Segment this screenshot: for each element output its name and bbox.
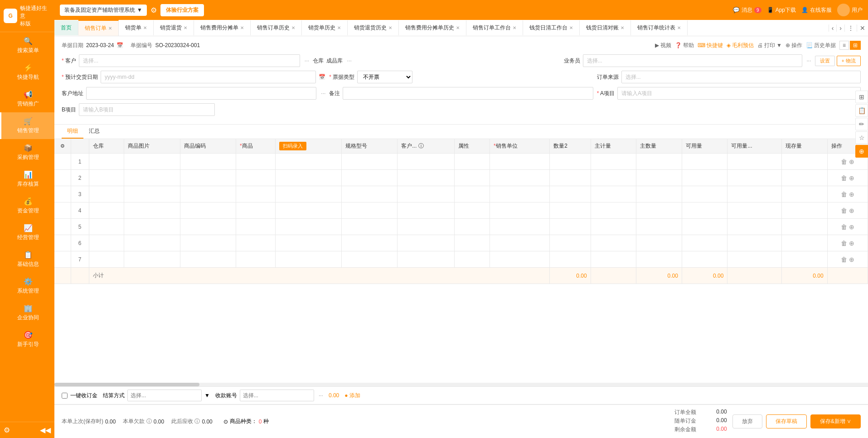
row-copy-button[interactable]: ⊕ bbox=[849, 207, 854, 214]
print-dropdown-icon[interactable]: ▼ bbox=[776, 42, 782, 48]
scroll-thumb[interactable] bbox=[54, 383, 199, 386]
add-logistics-button[interactable]: + 物流 bbox=[837, 56, 861, 66]
horizontal-scrollbar[interactable] bbox=[54, 383, 868, 386]
goods-count-icon[interactable]: ⊙ bbox=[223, 419, 228, 425]
payment-method-input[interactable] bbox=[127, 390, 202, 401]
row-copy-button[interactable]: ⊕ bbox=[849, 174, 854, 182]
row-main-qty[interactable] bbox=[636, 154, 682, 170]
app-download-button[interactable]: 📱 App下载 bbox=[767, 6, 796, 14]
sidebar-item-search[interactable]: 🔍 搜索菜单 bbox=[0, 32, 54, 59]
add-payment-button[interactable]: ● 添加 bbox=[344, 392, 360, 399]
sidebar-settings-icon[interactable]: ⚙ bbox=[4, 426, 10, 434]
save-new-button[interactable]: 保存&新增 ∨ bbox=[810, 414, 861, 428]
tab-close-sales-order-history[interactable]: ✕ bbox=[291, 25, 295, 30]
address-more-icon[interactable]: ··· bbox=[321, 90, 325, 96]
tab-sales-order[interactable]: 销售订单 ✕ bbox=[78, 20, 119, 36]
row-copy-button[interactable]: ⊕ bbox=[849, 240, 854, 247]
save-draft-button[interactable]: 保存草稿 bbox=[766, 414, 807, 428]
th-settings[interactable]: ⚙ bbox=[54, 139, 71, 154]
remark-input[interactable] bbox=[343, 87, 593, 100]
float-btn-4[interactable]: ☆ bbox=[855, 131, 868, 144]
message-button[interactable]: 💬 消息 9 bbox=[733, 6, 761, 14]
tabs-next-button[interactable]: › bbox=[836, 24, 844, 32]
tab-close-sales-expense-history[interactable]: ✕ bbox=[456, 25, 460, 30]
sidebar-item-sales[interactable]: 🛒 销售管理 bbox=[0, 112, 54, 139]
operation-button[interactable]: ⊕ 操作 bbox=[786, 42, 802, 49]
row-copy-button[interactable]: ⊕ bbox=[849, 158, 854, 165]
title-dropdown-icon[interactable]: ▼ bbox=[137, 7, 142, 13]
tab-close-sales-return-history[interactable]: ✕ bbox=[337, 25, 341, 30]
row-unit[interactable] bbox=[490, 154, 549, 170]
tab-close-sales-order-workbench[interactable]: ✕ bbox=[513, 25, 516, 30]
sidebar-collapse-icon[interactable]: ◀◀ bbox=[40, 426, 51, 434]
print-button[interactable]: 🖨 打印 ▼ bbox=[757, 42, 782, 49]
float-btn-3[interactable]: ✏ bbox=[855, 118, 868, 130]
sidebar-item-inventory[interactable]: 📊 库存核算 bbox=[0, 166, 54, 193]
tab-sales-return-history[interactable]: 销货单历史 ✕ bbox=[302, 20, 348, 35]
row-copy-button[interactable]: ⊕ bbox=[849, 191, 854, 198]
row-customer-code[interactable] bbox=[398, 154, 455, 170]
salesperson-more-icon[interactable]: ··· bbox=[807, 58, 811, 64]
calendar-icon[interactable]: 📅 bbox=[116, 42, 123, 48]
tab-close-sales-refund[interactable]: ✕ bbox=[184, 25, 187, 30]
tab-cash-daily-workbench[interactable]: 钱货日清工作台 ✕ bbox=[523, 20, 580, 35]
order-source-input[interactable] bbox=[621, 71, 861, 83]
user-menu[interactable]: 用户 bbox=[837, 4, 863, 16]
sidebar-item-system[interactable]: ⚙️ 系统管理 bbox=[0, 273, 54, 299]
tabs-prev-button[interactable]: ‹ bbox=[829, 24, 837, 32]
row-delete-button[interactable]: 🗑 bbox=[841, 191, 847, 198]
list-view-btn[interactable]: ≡ bbox=[839, 41, 849, 50]
setup-button[interactable]: 设置 bbox=[815, 56, 835, 66]
payment-dropdown-icon[interactable]: ▼ bbox=[204, 392, 210, 399]
tab-sales-refund-history[interactable]: 销货退货历史 ✕ bbox=[348, 20, 399, 35]
row-product[interactable] bbox=[236, 154, 276, 170]
tab-sales-return[interactable]: 销货单 ✕ bbox=[119, 20, 154, 35]
profit-button[interactable]: ◈ 毛利预估 bbox=[727, 42, 754, 49]
row-delete-button[interactable]: 🗑 bbox=[841, 256, 847, 263]
customer-input[interactable] bbox=[79, 54, 300, 67]
sidebar-item-marketing[interactable]: 📢 营销推广 bbox=[0, 86, 54, 112]
sidebar-item-quick-nav[interactable]: ⚡ 快捷导航 bbox=[0, 59, 54, 86]
discard-button[interactable]: 放弃 bbox=[732, 414, 762, 428]
delivery-date-input[interactable] bbox=[101, 71, 316, 83]
tab-sales-order-workbench[interactable]: 销售订单工作台 ✕ bbox=[466, 20, 523, 35]
history-button[interactable]: 📃 历史单据 bbox=[806, 42, 836, 49]
delivery-calendar-icon[interactable]: 📅 bbox=[319, 74, 325, 80]
tab-sales-order-history[interactable]: 销售订单历史 ✕ bbox=[251, 20, 302, 35]
tab-sales-stats[interactable]: 销售订单统计表 ✕ bbox=[631, 20, 688, 35]
sidebar-item-operations[interactable]: 📈 经营管理 bbox=[0, 219, 54, 246]
row-delete-button[interactable]: 🗑 bbox=[841, 174, 847, 182]
tab-close-sales-refund-history[interactable]: ✕ bbox=[388, 25, 392, 30]
customer-address-input[interactable] bbox=[86, 87, 316, 100]
tab-close-cash-daily-workbench[interactable]: ✕ bbox=[569, 25, 573, 30]
tabs-close-all-button[interactable]: ✕ bbox=[857, 24, 868, 32]
row-code[interactable] bbox=[180, 154, 236, 170]
tab-close-sales-stats[interactable]: ✕ bbox=[677, 25, 681, 30]
salesperson-input[interactable] bbox=[583, 54, 802, 67]
row-qty2[interactable] bbox=[550, 154, 591, 170]
row-spec[interactable] bbox=[341, 154, 397, 170]
scan-button[interactable]: 扫码录入 bbox=[279, 142, 306, 150]
topbar-gear-icon[interactable]: ⚙ bbox=[150, 6, 157, 14]
warehouse-more-icon[interactable]: ··· bbox=[347, 58, 352, 64]
project-b-input[interactable] bbox=[79, 103, 215, 116]
float-btn-2[interactable]: 📋 bbox=[855, 104, 868, 117]
row-copy-button[interactable]: ⊕ bbox=[849, 223, 854, 231]
shortcut-button[interactable]: ⌨ 快捷键 bbox=[698, 42, 723, 49]
float-btn-5-orange[interactable]: ⊕ bbox=[855, 145, 868, 158]
tab-sales-expense-history[interactable]: 销售费用分摊单历史 ✕ bbox=[399, 20, 466, 35]
row-delete-button[interactable]: 🗑 bbox=[841, 240, 847, 247]
view-button[interactable]: ▶ 视频 bbox=[655, 42, 671, 49]
account-more-icon[interactable]: ··· bbox=[319, 392, 323, 399]
invoice-type-select[interactable]: 不开票 增值税普通发票 增值税专用发票 bbox=[357, 71, 412, 83]
help-button[interactable]: ❓ 帮助 bbox=[675, 42, 694, 49]
detail-tab-summary[interactable]: 汇总 bbox=[83, 125, 105, 139]
detail-tab-detail[interactable]: 明细 bbox=[62, 125, 83, 139]
sidebar-item-guide[interactable]: 🎯 新手引导 bbox=[0, 326, 54, 353]
row-delete-button[interactable]: 🗑 bbox=[841, 207, 847, 214]
tab-home[interactable]: 首页 bbox=[54, 20, 78, 35]
customer-more-icon[interactable]: ··· bbox=[305, 58, 309, 64]
tab-close-sales-expense-split[interactable]: ✕ bbox=[240, 25, 244, 30]
sidebar-item-finance[interactable]: 💰 资金管理 bbox=[0, 193, 54, 219]
project-a-input[interactable] bbox=[617, 87, 861, 100]
